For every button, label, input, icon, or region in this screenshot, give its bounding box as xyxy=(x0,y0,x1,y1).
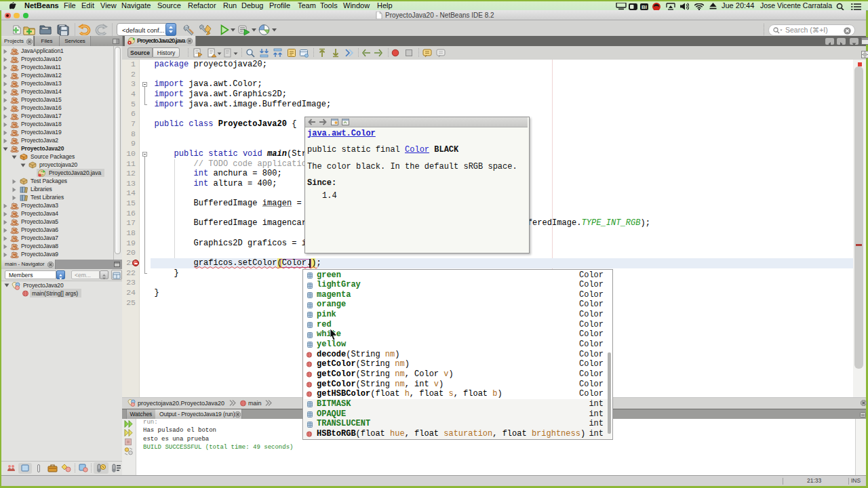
svg-text:BI: BI xyxy=(642,4,647,10)
